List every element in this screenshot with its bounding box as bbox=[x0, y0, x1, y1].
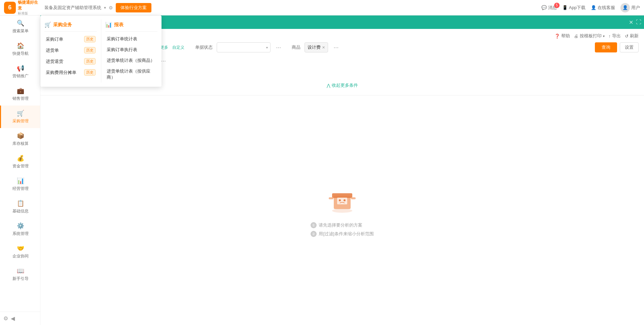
sidebar-settings-btn[interactable]: ⚙ bbox=[3, 315, 8, 322]
settings-btn[interactable]: 设置 bbox=[620, 42, 639, 52]
sidebar-item-search[interactable]: 🔍 搜索菜单 bbox=[0, 15, 40, 38]
sidebar-item-guide[interactable]: 📖 新手引导 bbox=[0, 263, 40, 286]
refresh-btn[interactable]: ↺ 刷新 bbox=[625, 33, 639, 39]
doc-status-select[interactable] bbox=[217, 42, 271, 52]
guide-icon: 📖 bbox=[17, 267, 24, 275]
header-settings-btn[interactable]: ⚙ bbox=[109, 5, 113, 10]
empty-tips: ① 请先选择要分析的方案 ② 用[过滤]条件来缩小分析范围 bbox=[311, 221, 373, 238]
business-icon: 📊 bbox=[17, 177, 24, 185]
empty-tip-1: ① 请先选择要分析的方案 bbox=[311, 221, 373, 230]
sidebar-item-marketing[interactable]: 📢 营销推广 bbox=[0, 60, 40, 83]
online-service-btn[interactable]: 👤 在线客服 bbox=[591, 5, 615, 11]
logo-char: 6 bbox=[8, 4, 11, 11]
sidebar-item-base-info[interactable]: 📋 基础信息 bbox=[0, 196, 40, 218]
sidebar-item-finance[interactable]: 💰 资金管理 bbox=[0, 151, 40, 173]
experience-btn[interactable]: 体验行业方案 bbox=[116, 3, 151, 12]
inventory-icon: 📦 bbox=[17, 132, 24, 139]
system-dropdown-btn[interactable]: ▾ bbox=[104, 5, 106, 10]
app-icon: 📱 bbox=[562, 5, 568, 10]
goods-label: 商品 bbox=[292, 44, 300, 50]
sidebar-label-sales: 销售管理 bbox=[12, 96, 29, 101]
print-btn[interactable]: 🖨 按模板打印 ▾ bbox=[574, 33, 605, 39]
sidebar-item-sales[interactable]: 💼 销售管理 bbox=[0, 83, 40, 106]
logo-name: 畅捷通好生意 bbox=[18, 0, 41, 11]
svg-rect-7 bbox=[351, 197, 356, 199]
dropdown-purchase-title: 🛒 采购业务 bbox=[44, 19, 97, 32]
logo-icon: 6 bbox=[4, 2, 16, 14]
help-btn[interactable]: ❓ 帮助 bbox=[554, 33, 570, 39]
export-btn[interactable]: ↑ 导出 bbox=[609, 33, 621, 39]
dropdown-item-order-stats[interactable]: 采购订单统计表 bbox=[105, 34, 158, 44]
purchase-icon: 🛒 bbox=[17, 110, 24, 117]
top-header: 6 畅捷通好生意 标准版 装备及固定资产辅助管理系统 ▾ ⚙ 体验行业方案 💬 … bbox=[0, 0, 644, 15]
dropdown-menu: 🛒 采购业务 采购订单 历史 进货单 历史 进货退货 历史 采购费用分摊单 历史 bbox=[40, 15, 162, 87]
goods-receipt-history[interactable]: 历史 bbox=[84, 47, 96, 53]
goods-tag-value: 设计费 bbox=[308, 44, 321, 50]
goods-return-label: 进货退货 bbox=[46, 58, 63, 65]
tab-close-window-btn[interactable]: ✕ bbox=[629, 19, 633, 26]
collapse-label: 收起更多条件 bbox=[332, 82, 358, 88]
refresh-icon: ↺ bbox=[625, 34, 629, 39]
empty-svg bbox=[325, 182, 359, 216]
report-section-label: 报表 bbox=[114, 22, 123, 28]
dropdown-item-order-exec[interactable]: 采购订单执行表 bbox=[105, 44, 158, 55]
avatar: 👤 bbox=[620, 3, 630, 12]
sidebar-label-guide: 新手引导 bbox=[12, 276, 29, 282]
dropdown-item-goods-return[interactable]: 进货退货 历史 bbox=[44, 56, 97, 67]
service-icon: 👤 bbox=[591, 5, 596, 10]
svg-point-5 bbox=[344, 199, 346, 201]
help-label: 帮助 bbox=[561, 33, 570, 39]
enterprise-icon: 🤝 bbox=[17, 245, 24, 252]
sidebar-item-purchase[interactable]: 🛒 采购管理 bbox=[0, 106, 40, 128]
collapse-btn[interactable]: ⋀ 收起更多条件 bbox=[327, 81, 358, 90]
search-icon: 🔍 bbox=[17, 19, 24, 27]
app-download-btn[interactable]: 📱 App下载 bbox=[562, 5, 585, 11]
goods-dots[interactable]: ··· bbox=[333, 44, 338, 51]
goods-tag-close[interactable]: ✕ bbox=[322, 45, 325, 50]
salesperson-dots[interactable]: ··· bbox=[161, 57, 166, 65]
home-icon: 🏠 bbox=[17, 42, 24, 49]
sidebar-label-marketing: 营销推广 bbox=[12, 73, 29, 79]
sidebar-bottom: ⚙ ◀ bbox=[0, 312, 40, 325]
export-icon: ↑ bbox=[609, 34, 611, 39]
sidebar-item-quick-nav[interactable]: 🏠 快捷导航 bbox=[0, 38, 40, 60]
svg-rect-3 bbox=[337, 198, 347, 204]
dropdown-item-goods-receipt[interactable]: 进货单 历史 bbox=[44, 45, 97, 56]
dropdown-report-col: 📊 报表 采购订单统计表 采购订单执行表 进货单统计表（按商品） 进货单统计表（… bbox=[101, 19, 162, 83]
message-btn[interactable]: 💬 消息 5 bbox=[541, 5, 557, 11]
dropdown-item-purchase-order[interactable]: 采购订单 历史 bbox=[44, 34, 97, 45]
date-quick-custom[interactable]: 自定义 bbox=[172, 45, 184, 50]
goods-return-history[interactable]: 历史 bbox=[84, 58, 96, 65]
user-btn[interactable]: 👤 用户 bbox=[620, 3, 640, 12]
dropdown-item-goods-stats-supplier[interactable]: 进货单统计表（按供应商） bbox=[105, 66, 158, 83]
marketing-icon: 📢 bbox=[17, 65, 24, 72]
tip-num-1: ① bbox=[311, 222, 317, 228]
finance-icon: 💰 bbox=[17, 155, 24, 162]
sidebar-label-enterprise: 企业协同 bbox=[12, 253, 29, 259]
logo-area: 6 畅捷通好生意 标准版 bbox=[4, 0, 41, 16]
avatar-icon: 👤 bbox=[622, 5, 628, 10]
purchase-order-history[interactable]: 历史 bbox=[84, 36, 96, 42]
sidebar-collapse-btn[interactable]: ◀ bbox=[11, 315, 15, 322]
sidebar-label-business: 经营管理 bbox=[12, 186, 29, 192]
purchase-cost-label: 采购费用分摊单 bbox=[46, 70, 76, 76]
query-btn[interactable]: 查询 bbox=[595, 42, 617, 52]
dropdown-report-title: 📊 报表 bbox=[105, 19, 158, 32]
doc-status-label: 单据状态 bbox=[195, 44, 213, 50]
order-exec-label: 采购订单执行表 bbox=[107, 47, 137, 53]
purchase-cost-history[interactable]: 历史 bbox=[84, 69, 96, 76]
action-buttons: 查询 设置 bbox=[595, 42, 639, 52]
tip-num-2: ② bbox=[311, 231, 317, 237]
main-layout: 🔍 搜索菜单 🏠 快捷导航 📢 营销推广 💼 销售管理 🛒 采购管理 📦 库存核… bbox=[0, 15, 644, 325]
sidebar-label-base-info: 基础信息 bbox=[12, 208, 29, 214]
sidebar-item-business[interactable]: 📊 经营管理 bbox=[0, 173, 40, 196]
tab-maximize-btn[interactable]: ⛶ bbox=[636, 19, 641, 25]
sidebar-item-enterprise[interactable]: 🤝 企业协同 bbox=[0, 241, 40, 263]
sidebar-item-inventory[interactable]: 📦 库存核算 bbox=[0, 128, 40, 151]
doc-status-dots[interactable]: ··· bbox=[276, 44, 281, 51]
goods-tag: 设计费 ✕ bbox=[305, 42, 328, 52]
dropdown-item-goods-stats-product[interactable]: 进货单统计表（按商品） bbox=[105, 55, 158, 66]
sidebar-item-system[interactable]: ⚙️ 系统管理 bbox=[0, 218, 40, 241]
dropdown-item-purchase-cost[interactable]: 采购费用分摊单 历史 bbox=[44, 67, 97, 78]
sidebar-label-finance: 资金管理 bbox=[12, 163, 29, 169]
